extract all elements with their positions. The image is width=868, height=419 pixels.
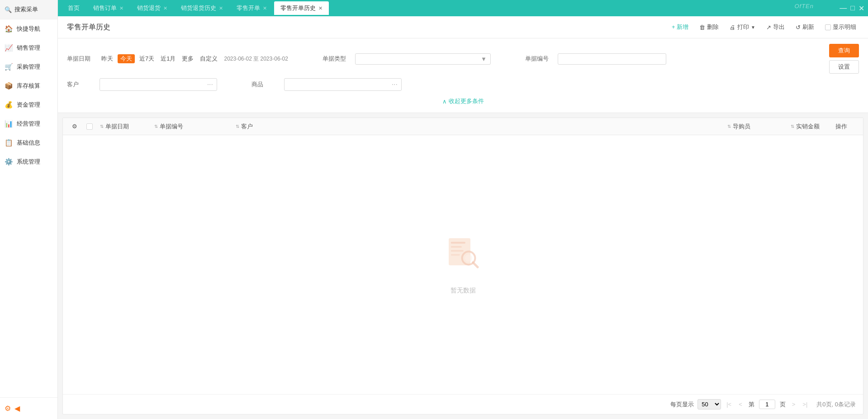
print-arrow-icon: ▼ <box>751 25 755 30</box>
sidebar-search[interactable]: 🔍 搜索采单 <box>0 0 57 19</box>
goods-label: 商品 <box>251 80 277 89</box>
next-page-btn[interactable]: > <box>790 400 797 409</box>
th-amount[interactable]: ⇅ 实销金额 <box>769 122 823 131</box>
first-page-btn[interactable]: |< <box>725 400 733 409</box>
delete-button[interactable]: 🗑 删除 <box>697 22 721 33</box>
sidebar-item-quick-nav[interactable]: 🏠快捷导航 <box>0 19 57 38</box>
sidebar-item-operations[interactable]: 📊经营管理 <box>0 114 57 133</box>
settings-button[interactable]: 设置 <box>829 60 859 74</box>
refresh-button[interactable]: ↺ 刷新 <box>793 22 817 33</box>
tab-close-sales-return-history[interactable]: ✕ <box>219 5 223 11</box>
sidebar-collapse-btn[interactable]: ◀ <box>14 404 20 413</box>
yesterday-option[interactable]: 昨天 <box>100 54 115 63</box>
filter-row-2: 客户 ··· 商品 ··· <box>67 78 859 91</box>
doc-type-arrow-icon: ▼ <box>481 56 487 62</box>
tab-label-sales-order: 销售订单 <box>93 4 117 12</box>
sidebar-footer: ⚙ ◀ <box>0 397 57 419</box>
tab-close-sales-return[interactable]: ✕ <box>163 5 167 11</box>
close-btn[interactable]: ✕ <box>859 4 864 13</box>
header-checkbox[interactable] <box>86 123 93 130</box>
display-detail-button[interactable]: 显示明细 <box>822 22 859 33</box>
content-area: 零售开单历史 + 新增 🗑 删除 🖨 打印 ▼ ↗ 导出 ↺ <box>58 16 868 419</box>
print-button[interactable]: 🖨 打印 ▼ <box>727 22 758 33</box>
empty-text: 暂无数据 <box>451 287 476 295</box>
th-salesperson[interactable]: ⇅ 导购员 <box>724 122 769 131</box>
goods-field[interactable] <box>288 81 392 88</box>
month-option[interactable]: 近1月 <box>159 54 177 63</box>
add-button[interactable]: + 新增 <box>669 22 691 33</box>
tab-close-retail-open[interactable]: ✕ <box>263 5 267 11</box>
customer-field[interactable] <box>104 81 207 88</box>
sidebar-item-inventory[interactable]: 📦库存核算 <box>0 76 57 95</box>
tab-sales-return[interactable]: 销货退货✕ <box>131 1 174 15</box>
prev-page-btn[interactable]: < <box>737 400 744 409</box>
tab-close-sales-order[interactable]: ✕ <box>119 5 123 11</box>
svg-rect-1 <box>451 242 465 244</box>
sidebar-inventory-icon: 📦 <box>5 82 13 90</box>
window-controls: — □ ✕ <box>840 4 864 13</box>
brand-watermark: OfTEn <box>794 3 814 9</box>
sidebar-item-system[interactable]: ⚙️系统管理 <box>0 152 57 171</box>
doc-type-label: 单据类型 <box>323 55 348 63</box>
svg-rect-2 <box>451 246 461 248</box>
th-checkbox[interactable] <box>83 123 96 130</box>
doc-no-input[interactable] <box>558 53 666 65</box>
date-range-display: 2023-06-02 至 2023-06-02 <box>224 55 288 63</box>
pagination: 每页显示 50 20 100 |< < 第 页 > >| 共0页, 0条记录 <box>63 394 863 414</box>
delete-icon: 🗑 <box>699 24 705 31</box>
more-option[interactable]: 更多 <box>180 54 195 63</box>
sidebar-settings-btn[interactable]: ⚙ <box>5 404 11 413</box>
total-info: 共0页, 0条记录 <box>816 400 856 409</box>
sidebar-item-finance[interactable]: 💰资金管理 <box>0 95 57 114</box>
th-date[interactable]: ⇅ 单据日期 <box>96 122 151 131</box>
th-settings[interactable]: ⚙ <box>66 123 83 130</box>
customer-input[interactable]: ··· <box>100 78 217 91</box>
tab-label-home: 首页 <box>68 4 80 12</box>
customer-label: 客户 <box>67 80 92 89</box>
th-action: 操作 <box>823 122 859 131</box>
th-docno[interactable]: ⇅ 单据编号 <box>151 122 232 131</box>
doc-type-select[interactable]: ▼ <box>355 53 491 65</box>
today-option[interactable]: 今天 <box>118 54 135 63</box>
goods-dots[interactable]: ··· <box>392 80 398 89</box>
settings-icon: ⚙ <box>72 123 77 130</box>
page-label: 第 <box>749 400 754 409</box>
tab-sales-return-history[interactable]: 销货退货历史✕ <box>175 1 229 15</box>
query-button[interactable]: 查询 <box>829 44 859 57</box>
last-page-btn[interactable]: >| <box>801 400 809 409</box>
page-header: 零售开单历史 + 新增 🗑 删除 🖨 打印 ▼ ↗ 导出 ↺ <box>58 16 868 38</box>
sidebar-sales-mgmt-icon: 📈 <box>5 44 13 52</box>
page-suffix: 页 <box>780 400 786 409</box>
date-filter-label: 单据日期 <box>67 55 92 63</box>
sidebar-quick-nav-icon: 🏠 <box>5 25 13 33</box>
th-customer-sort-icon: ⇅ <box>236 124 239 129</box>
sidebar-system-label: 系统管理 <box>17 158 40 166</box>
sidebar-item-sales-mgmt[interactable]: 📈销售管理 <box>0 38 57 57</box>
filter-panel: 单据日期 昨天 今天 近7天 近1月 更多 自定义 2023-06-02 至 2… <box>58 38 868 113</box>
custom-option[interactable]: 自定义 <box>198 54 219 63</box>
export-button[interactable]: ↗ 导出 <box>764 22 787 33</box>
th-customer[interactable]: ⇅ 客户 <box>232 122 724 131</box>
week-option[interactable]: 近7天 <box>138 54 156 63</box>
minimize-btn[interactable]: — <box>840 4 847 12</box>
customer-dots[interactable]: ··· <box>207 80 213 89</box>
tab-label-retail-open: 零售开单 <box>237 4 260 12</box>
svg-point-7 <box>465 254 472 262</box>
tab-home[interactable]: 首页 <box>62 1 86 15</box>
tab-retail-history[interactable]: 零售开单历史✕ <box>274 1 329 15</box>
sidebar-finance-icon: 💰 <box>5 101 13 109</box>
tab-close-retail-history[interactable]: ✕ <box>318 5 323 11</box>
doc-no-field[interactable] <box>562 56 662 62</box>
sidebar-item-base-info[interactable]: 📋基础信息 <box>0 133 57 152</box>
export-icon: ↗ <box>766 24 771 31</box>
goods-input[interactable]: ··· <box>284 78 402 91</box>
sidebar-item-purchase-mgmt[interactable]: 🛒采购管理 <box>0 57 57 76</box>
page-input[interactable] <box>759 400 775 409</box>
tab-retail-open[interactable]: 零售开单✕ <box>230 1 273 15</box>
page-size-select[interactable]: 50 20 100 <box>697 399 721 410</box>
collapse-more-btn[interactable]: ∧ 收起更多条件 <box>441 95 486 107</box>
sidebar-base-info-label: 基础信息 <box>17 139 40 147</box>
tab-sales-order[interactable]: 销售订单✕ <box>87 1 130 15</box>
sidebar: 🔍 搜索采单 🏠快捷导航📈销售管理🛒采购管理📦库存核算💰资金管理📊经营管理📋基础… <box>0 0 58 419</box>
maximize-btn[interactable]: □ <box>850 4 855 12</box>
